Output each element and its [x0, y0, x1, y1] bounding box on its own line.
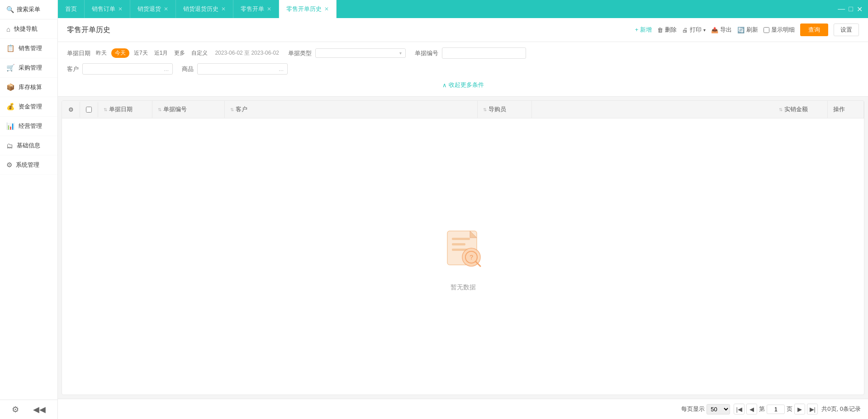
sidebar-item-basic-info[interactable]: 🗂 基础信息 [0, 136, 57, 155]
svg-text:?: ? [470, 254, 474, 261]
total-info: 共0页, 0条记录 [821, 405, 861, 413]
show-detail-toggle[interactable]: 显示明细 [764, 26, 795, 34]
empty-state: ? 暂无数据 [62, 118, 864, 395]
th-guide[interactable]: ⇅ 导购员 [478, 101, 532, 118]
system-icon: ⚙ [6, 161, 12, 169]
th-bill-no[interactable]: ⇅ 单据编号 [152, 101, 225, 118]
sidebar-item-sales-mgmt[interactable]: 📋 销售管理 [0, 39, 57, 58]
tab-sales-order-label: 销售订单 [92, 5, 115, 13]
first-page-button[interactable]: |◀ [734, 404, 745, 414]
th-bill-no-label: 单据编号 [163, 105, 187, 113]
tab-home-label: 首页 [65, 5, 77, 13]
refresh-button[interactable]: 🔄 刷新 [737, 26, 758, 34]
sidebar-footer: ⚙ ◀◀ [0, 400, 57, 419]
close-icon[interactable]: ✕ [118, 6, 123, 12]
collapse-button[interactable]: ∧ 收起更多条件 [67, 79, 859, 91]
refresh-icon: 🔄 [737, 27, 745, 33]
sidebar-item-finance[interactable]: 💰 资金管理 [0, 97, 57, 117]
sort-icon: ⇅ [104, 107, 107, 112]
empty-illustration: ? [436, 222, 490, 276]
sidebar-item-quick-nav[interactable]: ⌂ 快捷导航 [0, 19, 57, 39]
tab-retail-open-history[interactable]: 零售开单历史 ✕ [279, 0, 337, 18]
goods-select[interactable]: ... [197, 63, 288, 75]
sort-icon: ⇅ [779, 107, 783, 112]
shortcut-1month[interactable]: 近1月 [152, 48, 170, 58]
per-page-selector: 每页显示 50 10 20 100 [681, 404, 730, 414]
th-settings[interactable]: ⚙ [62, 102, 80, 118]
th-customer[interactable]: ⇅ 客户 [225, 101, 478, 118]
dropdown-icon: ▾ [399, 51, 402, 56]
th-amount-label: 实销金额 [784, 105, 808, 113]
content-area: 零售开单历史 + 新增 🗑 删除 🖨 打印 ▾ 📤 导出 [58, 18, 868, 419]
per-page-select[interactable]: 50 10 20 100 [707, 404, 730, 414]
purchase-icon: 🛒 [6, 64, 15, 72]
page-title: 零售开单历史 [67, 25, 110, 35]
th-amount[interactable]: ⇅ 实销金额 [773, 101, 828, 118]
show-detail-checkbox[interactable] [764, 27, 769, 33]
th-date-label: 单据日期 [109, 105, 133, 113]
bill-type-label: 单据类型 [288, 49, 312, 57]
export-icon: 📤 [711, 27, 718, 33]
tab-bar: 首页 销售订单 ✕ 销货退货 ✕ 销货退货历史 ✕ 零售开单 ✕ 零售开单历史 … [58, 0, 868, 18]
sidebar-item-operations[interactable]: 📊 经营管理 [0, 117, 57, 136]
refresh-button-label: 刷新 [746, 26, 758, 34]
sidebar-item-label: 快捷导航 [14, 25, 38, 33]
finance-icon: 💰 [6, 103, 15, 111]
print-button[interactable]: 🖨 打印 ▾ [682, 26, 706, 34]
sidebar-item-system-mgmt[interactable]: ⚙ 系统管理 [0, 155, 57, 175]
customer-label: 客户 [67, 65, 79, 73]
sidebar-item-label: 系统管理 [16, 161, 39, 169]
tab-retail-open[interactable]: 零售开单 ✕ [233, 0, 279, 18]
print-button-label: 打印 [690, 26, 702, 34]
export-button[interactable]: 📤 导出 [711, 26, 732, 34]
th-action-label: 操作 [833, 105, 845, 113]
prev-page-button[interactable]: ◀ [746, 404, 757, 414]
page-number-input[interactable] [767, 405, 785, 414]
tab-sales-return[interactable]: 销货退货 ✕ [130, 0, 176, 18]
close-window-button[interactable]: ✕ [857, 5, 863, 14]
close-icon[interactable]: ✕ [221, 6, 226, 12]
close-icon[interactable]: ✕ [164, 6, 168, 12]
sidebar-item-label: 资金管理 [19, 103, 42, 111]
date-shortcuts: 昨天 今天 近7天 近1月 更多 自定义 [94, 48, 209, 58]
th-checkbox[interactable] [80, 102, 98, 117]
sort-icon: ⇅ [230, 107, 234, 112]
bill-type-select[interactable]: ▾ [315, 48, 406, 58]
trash-icon: 🗑 [657, 27, 663, 33]
maximize-button[interactable]: □ [849, 5, 853, 13]
sidebar-search[interactable]: 🔍 搜索采单 [0, 0, 57, 19]
minimize-button[interactable]: — [838, 5, 845, 13]
sidebar-search-label: 搜索采单 [17, 5, 40, 14]
delete-button-label: 删除 [665, 26, 677, 34]
sidebar-item-purchase-mgmt[interactable]: 🛒 采购管理 [0, 58, 57, 78]
close-icon[interactable]: ✕ [324, 6, 329, 12]
collapse-label: 收起更多条件 [449, 81, 484, 89]
select-all-checkbox[interactable] [86, 107, 92, 113]
tab-sales-return-history[interactable]: 销货退货历史 ✕ [176, 0, 233, 18]
shortcut-today[interactable]: 今天 [111, 48, 129, 58]
th-date[interactable]: ⇅ 单据日期 [98, 101, 152, 118]
bill-no-input[interactable] [442, 47, 526, 59]
next-page-button[interactable]: ▶ [794, 404, 805, 414]
shortcut-custom[interactable]: 自定义 [190, 48, 209, 58]
setting-button[interactable]: 设置 [834, 24, 859, 36]
sidebar: 🔍 搜索采单 ⌂ 快捷导航 📋 销售管理 🛒 采购管理 📦 库存核算 💰 资金管… [0, 0, 58, 419]
customer-select[interactable]: ... [82, 63, 173, 75]
last-page-button[interactable]: ▶| [807, 404, 818, 414]
collapse-icon[interactable]: ◀◀ [33, 405, 46, 414]
tab-home[interactable]: 首页 [58, 0, 85, 18]
tab-sales-return-label: 销货退货 [138, 5, 161, 13]
delete-button[interactable]: 🗑 删除 [657, 26, 677, 34]
tab-sales-order[interactable]: 销售订单 ✕ [85, 0, 130, 18]
query-button[interactable]: 查询 [800, 24, 828, 36]
shortcut-yesterday[interactable]: 昨天 [94, 48, 109, 58]
sidebar-item-label: 库存核算 [19, 83, 42, 91]
shortcut-7days[interactable]: 近7天 [132, 48, 150, 58]
shortcut-more[interactable]: 更多 [172, 48, 187, 58]
date-label: 单据日期 [67, 49, 90, 57]
sidebar-item-inventory[interactable]: 📦 库存核算 [0, 78, 57, 97]
settings-icon[interactable]: ⚙ [12, 405, 19, 414]
bill-no-label: 单据编号 [415, 49, 438, 57]
add-button[interactable]: + 新增 [635, 26, 652, 34]
close-icon[interactable]: ✕ [267, 6, 271, 12]
